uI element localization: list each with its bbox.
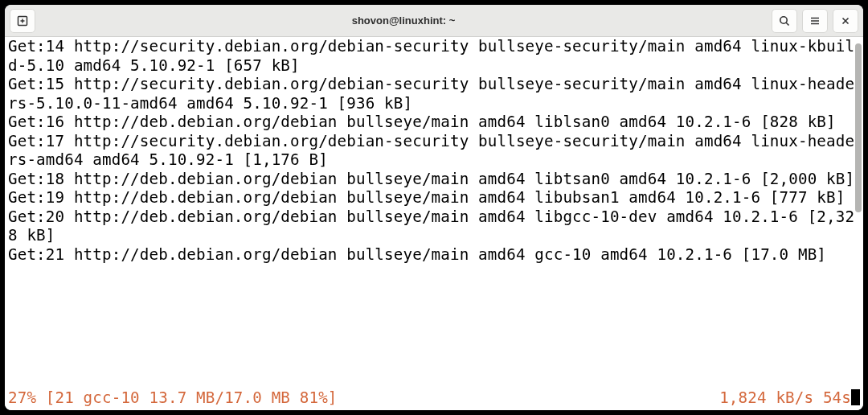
- search-button[interactable]: [772, 9, 797, 33]
- output-line: Get:18 http://deb.debian.org/debian bull…: [8, 170, 854, 188]
- output-line: Get:17 http://security.debian.org/debian…: [8, 132, 854, 170]
- scrollbar[interactable]: [855, 39, 862, 409]
- progress-left: 27% [21 gcc-10 13.7 MB/17.0 MB 81%]: [8, 388, 338, 408]
- menu-button[interactable]: [802, 9, 828, 33]
- new-tab-icon: [16, 14, 29, 27]
- search-icon: [778, 14, 791, 27]
- scrollbar-thumb[interactable]: [855, 43, 862, 212]
- output-line: Get:15 http://security.debian.org/debian…: [8, 75, 854, 113]
- window-title: shovon@linuxhint: ~: [40, 14, 767, 27]
- progress-right: 1,824 kB/s 54s: [719, 388, 860, 408]
- close-icon: [839, 14, 852, 27]
- output-line: Get:20 http://deb.debian.org/debian bull…: [8, 208, 854, 245]
- terminal-output: Get:14 http://security.debian.org/debian…: [5, 37, 863, 264]
- progress-speed: 1,824 kB/s 54s: [719, 388, 851, 408]
- svg-line-4: [786, 23, 788, 25]
- output-line: Get:16 http://deb.debian.org/debian bull…: [8, 113, 836, 131]
- output-line: Get:19 http://deb.debian.org/debian bull…: [8, 188, 845, 207]
- terminal-area[interactable]: Get:14 http://security.debian.org/debian…: [5, 37, 863, 410]
- output-line: Get:21 http://deb.debian.org/debian bull…: [8, 245, 826, 264]
- progress-line: 27% [21 gcc-10 13.7 MB/17.0 MB 81%] 1,82…: [5, 388, 863, 408]
- close-button[interactable]: [833, 9, 858, 33]
- titlebar: shovon@linuxhint: ~: [5, 5, 863, 37]
- new-tab-button[interactable]: [10, 9, 35, 33]
- output-line: Get:14 http://security.debian.org/debian…: [8, 37, 854, 75]
- svg-point-3: [780, 16, 787, 23]
- terminal-window: shovon@linuxhint: ~: [5, 5, 863, 410]
- hamburger-icon: [809, 14, 821, 27]
- titlebar-right: [772, 9, 858, 33]
